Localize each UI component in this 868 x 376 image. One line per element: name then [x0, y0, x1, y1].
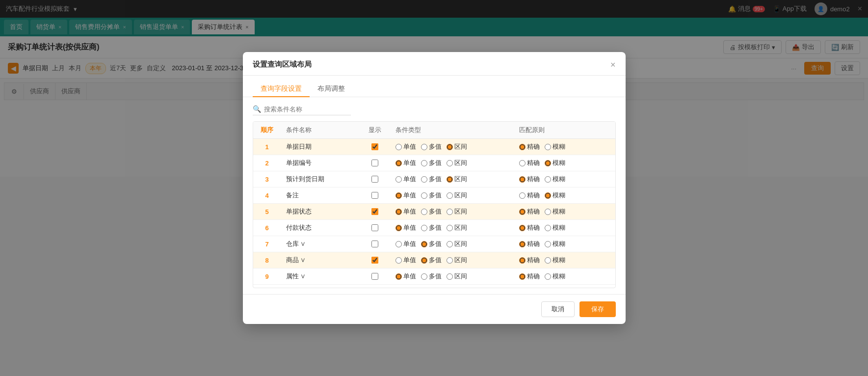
condition-search-input[interactable] — [261, 106, 351, 113]
table-row: 3预计到货日期单值多值区间精确模糊 — [253, 171, 615, 177]
dialog-tab-bar: 查询字段设置 布局调整 — [243, 76, 626, 97]
row-order: 1 — [253, 139, 281, 155]
table-row: 2单据编号单值多值区间精确模糊 — [253, 155, 615, 171]
dialog-header: 设置查询区域布局 × — [243, 52, 626, 76]
radio-type-多值[interactable]: 多值 — [421, 159, 442, 167]
radio-type-单值[interactable]: 单值 — [395, 175, 416, 177]
radio-type-单值[interactable]: 单值 — [395, 142, 416, 151]
radio-type-多值[interactable]: 多值 — [421, 142, 442, 151]
row-type-cell: 单值多值区间 — [391, 139, 514, 155]
dialog-body: 🔍 顺序 条件名称 显示 条件类型 匹配原则 — [243, 97, 626, 177]
row-show-cell[interactable] — [360, 139, 391, 155]
row-type-cell: 单值多值区间 — [391, 155, 514, 171]
row-order: 3 — [253, 171, 281, 177]
radio-match-精确[interactable]: 精确 — [519, 159, 540, 167]
row-show-checkbox-2[interactable] — [371, 176, 378, 177]
th-show: 显示 — [360, 122, 391, 139]
row-name: 预计到货日期 — [281, 171, 360, 177]
th-name: 条件名称 — [281, 122, 360, 139]
radio-match-精确[interactable]: 精确 — [519, 142, 540, 151]
radio-type-单值[interactable]: 单值 — [395, 159, 416, 167]
radio-match-精确[interactable]: 精确 — [519, 175, 540, 177]
table-header: 顺序 条件名称 显示 条件类型 匹配原则 — [253, 122, 615, 139]
tab-layout-adjust-label: 布局调整 — [317, 84, 345, 92]
row-order: 2 — [253, 155, 281, 171]
th-type: 条件类型 — [391, 122, 514, 139]
row-match-cell: 精确模糊 — [514, 171, 615, 177]
search-icon: 🔍 — [253, 105, 261, 113]
conditions-table-wrap: 顺序 条件名称 显示 条件类型 匹配原则 1单据日期单值多值区间精确模糊2单据编… — [253, 121, 616, 177]
row-match-cell: 精确模糊 — [514, 155, 615, 171]
row-show-checkbox-0[interactable] — [371, 143, 378, 150]
row-name: 单据编号 — [281, 155, 360, 171]
radio-type-多值[interactable]: 多值 — [421, 175, 442, 177]
row-match-cell: 精确模糊 — [514, 139, 615, 155]
tab-layout-adjust[interactable]: 布局调整 — [310, 81, 353, 97]
tab-field-settings-label: 查询字段设置 — [261, 84, 302, 92]
dialog-overlay: 设置查询区域布局 × 查询字段设置 布局调整 🔍 — [0, 0, 868, 177]
radio-match-模糊[interactable]: 模糊 — [545, 175, 565, 177]
th-order: 顺序 — [253, 122, 281, 139]
dialog-title: 设置查询区域布局 — [253, 60, 312, 69]
tab-field-settings[interactable]: 查询字段设置 — [253, 81, 310, 97]
radio-type-区间[interactable]: 区间 — [447, 175, 467, 177]
row-type-cell: 单值多值区间 — [391, 171, 514, 177]
radio-type-区间[interactable]: 区间 — [447, 159, 467, 167]
table-row: 1单据日期单值多值区间精确模糊 — [253, 139, 615, 155]
radio-type-区间[interactable]: 区间 — [447, 142, 467, 151]
row-show-checkbox-1[interactable] — [371, 160, 378, 166]
condition-search-box: 🔍 — [253, 103, 351, 115]
radio-match-模糊[interactable]: 模糊 — [545, 159, 565, 167]
radio-match-模糊[interactable]: 模糊 — [545, 142, 565, 151]
row-show-cell[interactable] — [360, 171, 391, 177]
row-show-cell[interactable] — [360, 155, 391, 171]
conditions-table: 顺序 条件名称 显示 条件类型 匹配原则 1单据日期单值多值区间精确模糊2单据编… — [253, 122, 615, 177]
row-name: 单据日期 — [281, 139, 360, 155]
th-match: 匹配原则 — [514, 122, 615, 139]
dialog-close-button[interactable]: × — [610, 60, 616, 69]
settings-dialog: 设置查询区域布局 × 查询字段设置 布局调整 🔍 — [243, 52, 626, 177]
